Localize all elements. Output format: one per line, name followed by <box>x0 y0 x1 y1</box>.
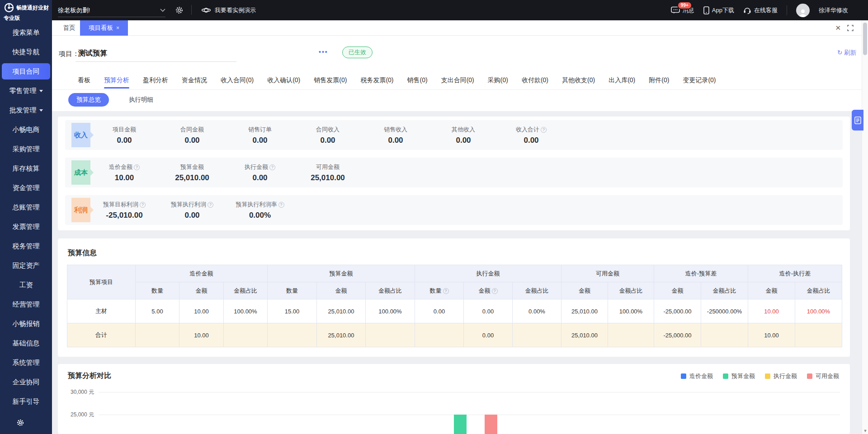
project-name-input[interactable]: 测试预算 <box>78 49 107 58</box>
info-icon[interactable]: ? <box>443 288 449 294</box>
tag-pennant <box>90 169 94 176</box>
sidebar-item-1[interactable]: 搜索菜单 <box>0 24 52 41</box>
legend-label: 造价金额 <box>689 372 713 380</box>
detail-tab-14[interactable]: 出入库(0) <box>609 70 635 90</box>
metric: 合同金额0.00 <box>158 126 226 145</box>
sidebar-item-2[interactable]: 快捷导航 <box>0 44 52 60</box>
detail-tab-5[interactable]: 收入合同(0) <box>221 70 254 90</box>
subtab-2[interactable]: 执行明细 <box>121 93 161 107</box>
detail-tab-4[interactable]: 资金情况 <box>182 70 207 90</box>
sidebar-item-11[interactable]: 发票管理 <box>0 219 52 235</box>
info-icon[interactable]: ? <box>134 164 140 170</box>
sidebar-item-15[interactable]: 经营管理 <box>0 296 52 313</box>
sidebar-item-label: 快捷导航 <box>13 48 40 56</box>
value-cell <box>136 323 179 347</box>
sidebar-item-9[interactable]: 资金管理 <box>0 180 52 196</box>
online-service-button[interactable]: 在线客服 <box>743 6 778 14</box>
legend-item-执行金额[interactable]: 执行金额 <box>765 372 797 380</box>
sidebar-item-7[interactable]: 采购管理 <box>0 141 52 157</box>
sidebar-item-label: 搜索菜单 <box>13 28 40 37</box>
bar-可用金额[interactable] <box>485 415 497 434</box>
settings-gear-icon[interactable] <box>175 6 184 16</box>
detail-tab-8[interactable]: 税务发票(0) <box>360 70 393 90</box>
bar-预算金额[interactable] <box>454 415 467 434</box>
detail-tab-16[interactable]: 变更记录(0) <box>683 70 716 90</box>
info-icon[interactable]: ? <box>278 202 284 208</box>
divider <box>191 5 192 15</box>
detail-tab-1[interactable]: 看板 <box>78 70 90 90</box>
legend-item-造价金额[interactable]: 造价金额 <box>681 372 713 380</box>
messages-button[interactable]: 99+ 消息 <box>671 6 694 14</box>
vertical-scrollbar[interactable]: ▼ <box>862 20 868 434</box>
sidebar-item-6[interactable]: 小畅电商 <box>0 121 52 138</box>
col-subheader: 金额占比 <box>224 282 268 299</box>
tab-home[interactable]: 首页 <box>59 20 80 36</box>
username[interactable]: 徐泽华修改 <box>819 6 848 14</box>
chart-title: 预算分析对比 <box>68 371 111 381</box>
subtab-1[interactable]: 预算总览 <box>68 93 109 107</box>
refresh-button[interactable]: ↻ 刷新 <box>837 49 856 57</box>
metric: 预算执行利润率?0.00% <box>226 201 294 220</box>
sidebar-item-4[interactable]: 零售管理 <box>0 83 52 99</box>
demo-link[interactable]: 我要看实例演示 <box>201 0 256 20</box>
scrollbar-thumb[interactable] <box>863 23 867 55</box>
app-download-button[interactable]: App下载 <box>703 6 734 14</box>
detail-tab-11[interactable]: 采购(0) <box>488 70 508 90</box>
sidebar-item-3[interactable]: 项目合同 <box>2 63 50 79</box>
sidebar-item-14[interactable]: 工资 <box>0 277 52 293</box>
avatar[interactable] <box>796 4 810 17</box>
close-all-icon[interactable]: ✕ <box>835 24 841 32</box>
chart-panel: 预算分析对比 造价金额预算金额执行金额可用金额 30,000 元25,000 元 <box>58 364 850 434</box>
info-icon[interactable]: ? <box>541 127 547 133</box>
fullscreen-icon[interactable] <box>847 25 854 31</box>
sidebar-item-19[interactable]: 企业协同 <box>0 374 52 390</box>
value-cell <box>795 323 842 347</box>
table-row[interactable]: 主材5.0010.00100.00%15.0025,010.00100.00%0… <box>67 299 842 323</box>
value-cell <box>224 323 268 347</box>
subtabs: 预算总览执行明细 <box>68 93 161 107</box>
close-tab-icon[interactable]: × <box>116 25 119 31</box>
info-icon[interactable]: ? <box>269 164 275 170</box>
col-subheader: 金额? <box>464 282 513 299</box>
detail-tab-3[interactable]: 盈利分析 <box>143 70 168 90</box>
tab-project-board-label: 项目看板 <box>89 24 113 32</box>
account-dropdown[interactable]: 徐老板勿删! <box>58 0 165 20</box>
brand-edition: 专业版 <box>4 14 51 22</box>
detail-tab-6[interactable]: 收入确认(0) <box>267 70 300 90</box>
more-options-button[interactable]: ••• <box>319 48 328 56</box>
info-icon[interactable]: ? <box>208 202 213 208</box>
sidebar-item-20[interactable]: 新手引导 <box>0 393 52 410</box>
sidebar-item-13[interactable]: 固定资产 <box>0 257 52 274</box>
report-drawer-toggle[interactable] <box>852 110 863 131</box>
sidebar-item-10[interactable]: 总账管理 <box>0 199 52 215</box>
info-icon[interactable]: ? <box>492 288 498 294</box>
sidebar-item-16[interactable]: 小畅报销 <box>0 316 52 332</box>
legend-swatch <box>681 373 686 379</box>
sidebar-item-label: 库存核算 <box>13 164 40 173</box>
detail-tab-12[interactable]: 收付款(0) <box>522 70 548 90</box>
sidebar-item-12[interactable]: 税务管理 <box>0 238 52 254</box>
detail-tab-13[interactable]: 其他收支(0) <box>562 70 595 90</box>
sidebar-item-18[interactable]: 系统管理 <box>0 355 52 371</box>
detail-tab-15[interactable]: 附件(0) <box>649 70 669 90</box>
tab-project-board[interactable]: 项目看板 × <box>80 20 128 36</box>
scroll-down-icon[interactable]: ▼ <box>862 429 868 433</box>
detail-tab-2[interactable]: 预算分析 <box>104 70 129 90</box>
budget-table-wrap: 预算项目造价金额预算金额执行金额可用金额造价-预算差造价-执行差数量金额金额占比… <box>67 265 842 347</box>
sidebar-item-8[interactable]: 库存核算 <box>0 160 52 177</box>
detail-tab-7[interactable]: 销售发票(0) <box>314 70 347 90</box>
value-cell: 10.00 <box>179 323 224 347</box>
value-cell: 10.00 <box>748 323 795 347</box>
divider <box>52 89 862 90</box>
sidebar-item-5[interactable]: 批发管理 <box>0 102 52 118</box>
sidebar-gear-icon[interactable] <box>16 419 24 429</box>
info-icon[interactable]: ? <box>140 202 146 208</box>
metric-label: 预算执行利润率? <box>226 201 294 209</box>
metric: 造价金额?10.00 <box>90 163 158 182</box>
gridline <box>99 392 840 392</box>
sidebar-item-17[interactable]: 基础信息 <box>0 335 52 351</box>
legend-item-预算金额[interactable]: 预算金额 <box>723 372 755 380</box>
detail-tab-9[interactable]: 销售(0) <box>407 70 428 90</box>
detail-tab-10[interactable]: 支出合同(0) <box>441 70 474 90</box>
legend-item-可用金额[interactable]: 可用金额 <box>807 372 839 380</box>
